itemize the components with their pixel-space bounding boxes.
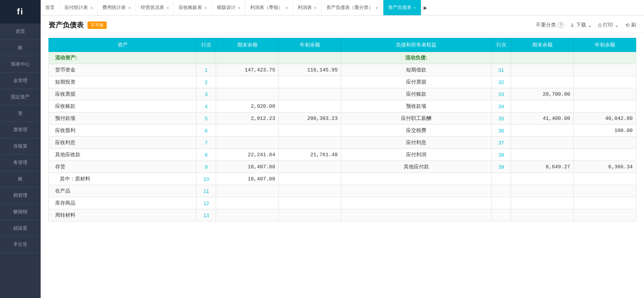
asset-year-start: 200,383.23 (279, 112, 341, 125)
tab-close-operation-status[interactable]: × (166, 5, 169, 10)
liab-row-num: 38 (492, 149, 511, 161)
tab-home[interactable]: 首页 (41, 0, 60, 16)
liab-year-start (574, 197, 636, 209)
liab-period-end: 20,700.00 (511, 88, 574, 100)
sidebar-item-guide[interactable]: 手引导 (0, 237, 41, 253)
table-row: 周转材料 13 (49, 209, 636, 221)
print-icon: ⎙ (598, 22, 601, 28)
liab-period-end (511, 149, 574, 161)
liab-period-end: 41,400.00 (511, 112, 574, 125)
download-chevron-icon: ⌄ (588, 22, 592, 28)
asset-row-num: 12 (197, 197, 216, 209)
asset-label: 短期投资 (49, 76, 197, 88)
asset-label: 其他应收款 (49, 149, 197, 161)
balance-table: 资产 行次 期末余额 年初余额 负债和所有者权益 行次 期末余额 年初余额 流动… (48, 38, 636, 221)
download-label: 下载 (576, 21, 586, 29)
liability-label: 短期借款 (341, 64, 492, 76)
liab-section-year (574, 52, 636, 64)
liability-label: 预收款项 (341, 100, 492, 112)
tab-profit[interactable]: 利润表 × (293, 0, 322, 16)
asset-period-end: 2,012.23 (216, 112, 279, 125)
asset-period-end: 18,407.08 (216, 173, 279, 185)
liab-row-num: 33 (492, 88, 511, 100)
tab-close-expense-stats[interactable]: × (128, 5, 131, 10)
tab-receivable-aging[interactable]: 应收账龄表 × (174, 0, 212, 16)
tab-balance[interactable]: 资产负债表 × (383, 0, 421, 16)
asset-label: 其中：原材料 (49, 173, 197, 185)
tab-close-balance[interactable]: × (414, 5, 416, 10)
tab-close-receivable-aging[interactable]: × (204, 5, 207, 10)
liab-row-num: 37 (492, 137, 511, 149)
sidebar-item-settings[interactable]: 础设置 (0, 220, 41, 237)
asset-year-start (279, 185, 341, 197)
asset-label: 应收股利 (49, 125, 197, 137)
asset-period-end (216, 88, 279, 100)
liab-year-start (574, 64, 636, 76)
liab-row-num: 34 (492, 100, 511, 112)
col-header-row-right: 行次 (492, 38, 511, 52)
tab-close-template-design[interactable]: × (238, 5, 240, 10)
asset-period-end (216, 76, 279, 88)
liab-row-num: 35 (492, 112, 511, 125)
liab-row-num (492, 209, 511, 221)
liability-label (341, 209, 492, 221)
asset-row-num: 13 (197, 209, 216, 221)
sidebar-item-archive[interactable]: 档管理 (0, 187, 41, 204)
download-icon: ⇓ (570, 22, 574, 28)
page-header: 资产负债表 不平衡 不重分类 ? ⇓ 下载 ⌄ ⎙ 打印 ⌄ (41, 16, 644, 33)
asset-label: 在产品 (49, 185, 197, 197)
tab-operation-status[interactable]: 经营状况表 × (136, 0, 174, 16)
refresh-label: 刷 (631, 21, 636, 29)
sidebar-item-fixed-assets[interactable]: 固定资产 (0, 89, 41, 105)
col-header-period-left: 期末余额 (216, 38, 279, 52)
sidebar-item-tax[interactable]: 务管理 (0, 155, 41, 171)
sidebar-item-account[interactable]: 账 (0, 40, 41, 56)
asset-year-start (279, 88, 341, 100)
tab-close-payable-stats[interactable]: × (90, 5, 93, 10)
tab-scroll-right[interactable]: ▶ (421, 0, 429, 16)
liab-section-row (492, 52, 511, 64)
tab-close-profit[interactable]: × (314, 5, 317, 10)
tab-close-balance-reclassified[interactable]: × (376, 5, 378, 10)
tab-template-design[interactable]: 模版设计 × (212, 0, 245, 16)
sidebar-item-investment[interactable]: 资 (0, 105, 41, 122)
liab-year-start: 40,042.00 (574, 112, 636, 125)
table-row: 应收股利 6 应交税费 36 100.00 (49, 125, 636, 137)
sidebar-item-ledger[interactable]: 账 (0, 171, 41, 187)
classify-toggle[interactable]: 不重分类 ? (536, 21, 564, 29)
page-title: 资产负债表 (48, 20, 84, 30)
liability-label (341, 197, 492, 209)
help-icon[interactable]: ? (558, 22, 564, 28)
asset-label: 应收票据 (49, 88, 197, 100)
liab-year-start (574, 76, 636, 88)
sidebar-item-ticket[interactable]: 票管理 (0, 122, 41, 138)
col-header-liability: 负债和所有者权益 (341, 38, 492, 52)
sidebar-item-fund[interactable]: 金管理 (0, 73, 41, 89)
asset-label: 应收利息 (49, 137, 197, 149)
liability-label: 应付票据 (341, 76, 492, 88)
asset-label: 库存商品 (49, 197, 197, 209)
tab-balance-reclassified[interactable]: 资产负债表（重分类） × (322, 0, 383, 16)
sidebar-item-expense[interactable]: 畅报销 (0, 204, 41, 220)
col-header-row-left: 行次 (197, 38, 216, 52)
tab-expense-stats[interactable]: 费用统计表 × (98, 0, 136, 16)
tab-close-profit-quarterly[interactable]: × (285, 5, 288, 10)
print-button[interactable]: ⎙ 打印 ⌄ (598, 21, 619, 29)
page-title-row: 资产负债表 不平衡 (48, 20, 107, 30)
sidebar-item-inventory[interactable]: 存核算 (0, 138, 41, 155)
sidebar-item-home[interactable]: 首页 (0, 23, 41, 40)
print-chevron-icon: ⌄ (615, 22, 619, 28)
tab-payable-stats[interactable]: 应付统计表 × (60, 0, 98, 16)
asset-label: 应收账款 (49, 100, 197, 112)
liab-row-num: 36 (492, 125, 511, 137)
liab-year-start (574, 100, 636, 112)
asset-year-start (279, 125, 341, 137)
download-button[interactable]: ⇓ 下载 ⌄ (570, 21, 592, 29)
liab-section-period (511, 52, 574, 64)
liab-row-num (492, 185, 511, 197)
tab-profit-quarterly[interactable]: 利润表（季报） × (245, 0, 293, 16)
asset-year-start (279, 209, 341, 221)
sidebar-item-report-center[interactable]: 报表中心 (0, 56, 41, 73)
asset-row-num: 9 (197, 161, 216, 173)
refresh-button[interactable]: ⟲ 刷 (625, 21, 636, 29)
